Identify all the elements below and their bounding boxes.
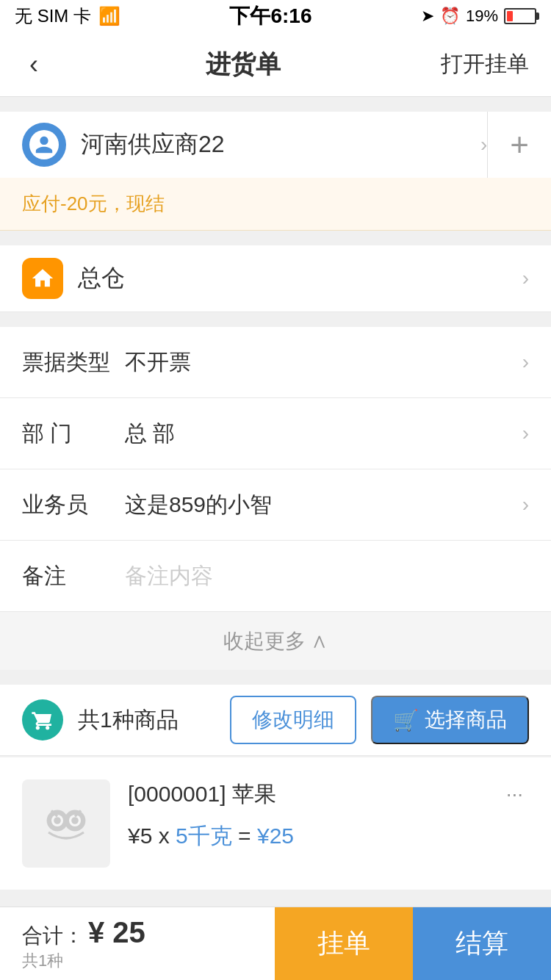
section-divider-2	[0, 312, 551, 327]
battery-icon	[504, 8, 536, 24]
warehouse-row[interactable]: 总仓 ›	[0, 245, 551, 311]
warehouse-name: 总仓	[78, 262, 515, 295]
info-banner: 应付-20元，现结	[0, 178, 551, 231]
form-row-invoice[interactable]: 票据类型 不开票 ›	[0, 327, 551, 397]
svg-point-4	[54, 817, 61, 824]
product-more-button[interactable]: ···	[500, 779, 529, 809]
salesperson-chevron-icon: ›	[522, 493, 529, 516]
hang-button[interactable]: 挂单	[275, 907, 413, 981]
product-title: 苹果	[232, 782, 276, 806]
top-divider	[0, 97, 551, 112]
bottom-bar: 合计： ¥ 25 共1种 挂单 结算	[0, 907, 551, 980]
section-divider-3	[0, 670, 551, 685]
remark-label: 备注	[22, 561, 125, 591]
checkout-button[interactable]: 结算	[413, 907, 551, 981]
products-count: 共1种商品	[78, 705, 215, 735]
edit-detail-button[interactable]: 修改明细	[230, 696, 356, 744]
product-item: [0000001] 苹果 ¥5 x 5千克 = ¥25 ···	[0, 757, 551, 890]
department-label: 部 门	[22, 419, 125, 449]
product-id: [0000001]	[128, 782, 226, 806]
total-section: 合计： ¥ 25 共1种	[0, 916, 275, 972]
unit-price: ¥5	[128, 824, 152, 848]
divider-products	[0, 755, 551, 756]
status-time: 下午6:16	[229, 2, 311, 30]
battery-percent: 19%	[466, 7, 498, 26]
form-row-department[interactable]: 部 门 总 部 ›	[0, 398, 551, 469]
product-total: ¥25	[257, 824, 294, 848]
total-label-row: 合计： ¥ 25	[22, 916, 253, 950]
department-chevron-icon: ›	[522, 422, 529, 445]
wifi-icon: 📶	[98, 6, 120, 26]
product-qty: 5千克	[176, 824, 232, 848]
back-button[interactable]: ‹	[22, 42, 46, 87]
status-right: ➤ ⏰ 19%	[421, 7, 536, 26]
alarm-icon: ⏰	[440, 7, 460, 26]
add-supplier-button[interactable]: +	[488, 126, 529, 163]
status-bar: 无 SIM 卡 📶 下午6:16 ➤ ⏰ 19%	[0, 0, 551, 32]
collapse-row[interactable]: 收起更多 ∧	[0, 611, 551, 670]
select-product-label: 选择商品	[425, 706, 507, 734]
battery-fill	[507, 11, 513, 21]
salesperson-label: 业务员	[22, 490, 125, 520]
total-amount: ¥ 25	[88, 916, 145, 949]
multiply-sign: x	[159, 824, 170, 848]
page-title: 进货单	[206, 48, 281, 82]
cart-icon: 🛒	[393, 708, 419, 732]
form-row-remark[interactable]: 备注 备注内容	[0, 541, 551, 611]
supplier-avatar-icon	[29, 130, 59, 159]
carrier-label: 无 SIM 卡	[15, 4, 91, 28]
supplier-row[interactable]: 河南供应商22 ›	[22, 112, 488, 178]
equals-sign: =	[238, 824, 251, 848]
product-name: [0000001] 苹果	[128, 779, 483, 810]
salesperson-value: 这是859的小智	[125, 490, 522, 520]
department-value: 总 部	[125, 419, 522, 449]
collapse-label: 收起更多 ∧	[223, 627, 328, 655]
section-divider-1	[0, 231, 551, 245]
total-count: 共1种	[22, 950, 253, 972]
status-left: 无 SIM 卡 📶	[15, 4, 120, 28]
invoice-chevron-icon: ›	[522, 350, 529, 374]
warehouse-icon	[22, 258, 63, 299]
invoice-type-label: 票据类型	[22, 347, 125, 378]
svg-point-5	[71, 817, 79, 824]
supplier-avatar	[22, 123, 66, 167]
product-info: [0000001] 苹果 ¥5 x 5千克 = ¥25	[128, 779, 483, 851]
products-header: 共1种商品 修改明细 🛒 选择商品	[0, 685, 551, 755]
invoice-type-value: 不开票	[125, 347, 522, 378]
location-icon: ➤	[421, 7, 434, 26]
supplier-name: 河南供应商22	[81, 129, 473, 161]
total-label-text: 合计：	[22, 922, 84, 950]
supplier-chevron-icon: ›	[480, 133, 487, 156]
warehouse-chevron-icon: ›	[522, 267, 529, 290]
products-icon	[22, 699, 63, 741]
remark-placeholder: 备注内容	[125, 561, 529, 591]
supplier-section: 河南供应商22 › +	[0, 112, 551, 178]
select-product-button[interactable]: 🛒 选择商品	[371, 696, 529, 744]
product-price: ¥5 x 5千克 = ¥25	[128, 821, 483, 851]
nav-bar: ‹ 进货单 打开挂单	[0, 32, 551, 97]
open-hang-button[interactable]: 打开挂单	[441, 49, 529, 79]
product-thumbnail	[22, 779, 110, 868]
form-row-salesperson[interactable]: 业务员 这是859的小智 ›	[0, 469, 551, 540]
